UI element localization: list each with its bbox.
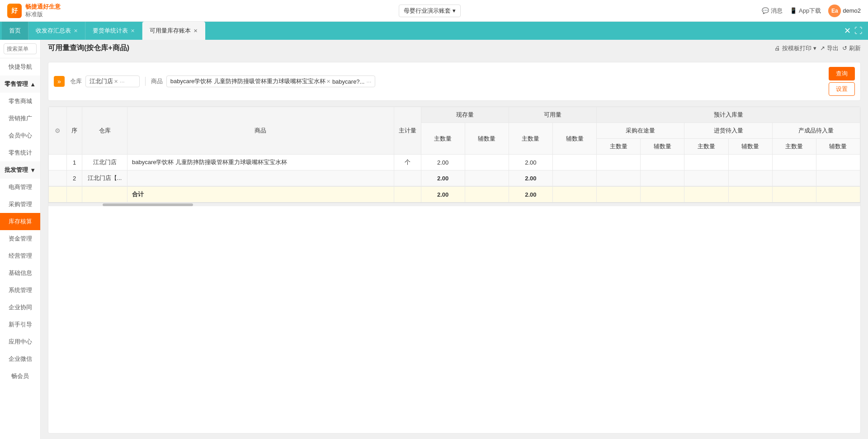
product-tag-1: babycare学饮杯 儿童防摔防撞吸管杯重力球吸嘴杯宝宝水杯 ✕ [170, 77, 330, 85]
sidebar-item-retail-stats[interactable]: 零售统计 [0, 144, 40, 161]
sidebar-item-wholesale-mgmt[interactable]: 批发管理 ▼ [0, 161, 40, 179]
user-area[interactable]: Ea demo2 [828, 5, 861, 17]
filter-toggle-button[interactable]: » [54, 76, 65, 87]
table-container: ⚙ 序 仓库 商品 主计量 现存量 可用量 预计入库量 主数量 辅 [48, 106, 861, 434]
search-input[interactable] [4, 43, 37, 54]
td-inbound-pending-aux-1 [728, 155, 772, 170]
td-current-aux-2 [465, 170, 509, 187]
setting-button[interactable]: 设置 [829, 82, 855, 96]
settings-icon[interactable]: ⚙ [55, 127, 61, 134]
td-inbound-pending-main-1 [684, 155, 728, 170]
th-purchase-transit-aux: 辅数量 [641, 139, 684, 155]
td-footer-label: 合计 [127, 186, 394, 203]
td-purchase-transit-aux-2 [641, 170, 684, 187]
td-current-aux-1 [465, 155, 509, 170]
warehouse-filter-group: 仓库 江北门店 ✕ ··· [70, 76, 140, 87]
sidebar-item-app-center[interactable]: 应用中心 [0, 333, 40, 350]
tab-close-order-stats[interactable]: ✕ [131, 28, 135, 34]
template-print-button[interactable]: 🖨 按模板打印 ▾ [774, 44, 816, 52]
nav-bar-actions: ✕ ⛶ [844, 22, 866, 40]
td-purchase-transit-aux-1 [641, 155, 684, 170]
td-production-pending-main-1 [772, 155, 816, 170]
filter-divider [145, 77, 146, 86]
message-icon: 💬 [762, 7, 769, 14]
sidebar-item-ecommerce[interactable]: 电商管理 [0, 179, 40, 196]
th-purchase-transit-main: 主数量 [597, 139, 641, 155]
sidebar-item-purchase[interactable]: 采购管理 [0, 196, 40, 213]
td-footer-production-pending-aux [816, 186, 860, 203]
page-title-bar: 可用量查询(按仓库+商品) 🖨 按模板打印 ▾ ↗ 导出 ↺ 刷新 [41, 40, 868, 57]
td-footer-available-main: 2.00 [509, 186, 552, 203]
sidebar-item-new-guide[interactable]: 新手引导 [0, 316, 40, 333]
td-seq-2: 2 [67, 170, 82, 187]
th-inbound-pending-main: 主数量 [684, 139, 728, 155]
export-icon: ↗ [820, 45, 825, 52]
sidebar-item-quick-nav[interactable]: 快捷导航 [0, 58, 40, 76]
avatar: Ea [828, 5, 841, 17]
table-row: 2 江北门店【... 2.00 2.00 [49, 170, 860, 187]
tab-order-stats[interactable]: 要货单统计表 ✕ [85, 22, 142, 40]
td-purchase-transit-main-1 [597, 155, 641, 170]
td-footer-production-pending-main [772, 186, 816, 203]
th-production-pending-aux: 辅数量 [816, 139, 860, 155]
tab-close-receive-summary[interactable]: ✕ [74, 28, 78, 34]
warehouse-tag-remove[interactable]: ✕ [114, 79, 118, 85]
product-tag-1-remove[interactable]: ✕ [326, 79, 330, 85]
sidebar-item-basic-info[interactable]: 基础信息 [0, 264, 40, 282]
message-button[interactable]: 💬 消息 [762, 7, 783, 15]
scrollbar-thumb[interactable] [103, 203, 193, 206]
chevron-icon-wholesale: ▼ [30, 167, 36, 174]
sidebar-item-retail-mgmt[interactable]: 零售管理 ▲ [0, 76, 40, 93]
app-download-button[interactable]: 📱 App下载 [790, 7, 821, 15]
product-tags[interactable]: babycare学饮杯 儿童防摔防撞吸管杯重力球吸嘴杯宝宝水杯 ✕ babyca… [166, 76, 375, 87]
td-footer-purchase-transit-main [597, 186, 641, 203]
close-tab-button[interactable]: ✕ [844, 26, 851, 36]
td-production-pending-aux-1 [816, 155, 860, 170]
sidebar-item-system-mgmt[interactable]: 系统管理 [0, 282, 40, 299]
refresh-button[interactable]: ↺ 刷新 [842, 44, 861, 52]
th-purchase-transit: 采购在途量 [597, 123, 684, 139]
th-settings[interactable]: ⚙ [49, 107, 67, 155]
sidebar-item-enterprise-collab[interactable]: 企业协同 [0, 299, 40, 316]
sidebar-item-operations[interactable]: 经营管理 [0, 247, 40, 264]
tab-close-available-inventory[interactable]: ✕ [193, 28, 198, 34]
maximize-button[interactable]: ⛶ [854, 26, 863, 36]
content-area: 可用量查询(按仓库+商品) 🖨 按模板打印 ▾ ↗ 导出 ↺ 刷新 [41, 40, 868, 439]
td-available-main-1: 2.00 [509, 155, 552, 170]
product-more[interactable]: ··· [366, 78, 371, 85]
tab-available-inventory[interactable]: 可用量库存账本 ✕ [142, 22, 205, 40]
industry-select[interactable]: 母婴行业演示账套 ▾ [399, 5, 461, 17]
sidebar-item-retail-mall[interactable]: 零售商城 [0, 93, 40, 110]
sidebar-item-vip-member[interactable]: 畅会员 [0, 368, 40, 385]
warehouse-more[interactable]: ··· [120, 78, 125, 85]
warehouse-tag: 江北门店 ✕ [90, 77, 118, 85]
sidebar-item-marketing[interactable]: 营销推广 [0, 110, 40, 127]
th-production-pending-main: 主数量 [772, 139, 816, 155]
export-button[interactable]: ↗ 导出 [820, 44, 839, 52]
td-footer-current-main: 2.00 [421, 186, 465, 203]
sidebar-item-member-center[interactable]: 会员中心 [0, 127, 40, 144]
th-warehouse: 仓库 [82, 107, 127, 155]
print-icon: 🖨 [774, 45, 780, 52]
sidebar-item-enterprise-wechat[interactable]: 企业微信 [0, 350, 40, 368]
top-bar-right: 💬 消息 📱 App下载 Ea demo2 [762, 5, 861, 17]
query-button[interactable]: 查询 [829, 67, 855, 80]
tab-home[interactable]: 首页 [2, 22, 28, 40]
refresh-icon: ↺ [842, 45, 847, 52]
td-footer-unit [394, 186, 421, 203]
sidebar-item-inventory-check[interactable]: 库存核算 [0, 213, 40, 230]
warehouse-tags[interactable]: 江北门店 ✕ ··· [85, 76, 140, 87]
sidebar-item-finance[interactable]: 资金管理 [0, 230, 40, 247]
td-available-main-2: 2.00 [509, 170, 552, 187]
horizontal-scrollbar[interactable] [48, 203, 860, 206]
th-current-main-qty: 主数量 [421, 123, 465, 155]
th-current-stock: 现存量 [421, 107, 509, 123]
th-planned-inbound: 预计入库量 [597, 107, 860, 123]
main-layout: 快捷导航 零售管理 ▲ 零售商城 营销推广 会员中心 零售统计 批发管理 ▼ 电… [0, 40, 868, 439]
th-main-unit: 主计量 [394, 107, 421, 155]
td-seq-1: 1 [67, 155, 82, 170]
td-available-aux-2 [552, 170, 596, 187]
tab-receive-summary[interactable]: 收发存汇总表 ✕ [28, 22, 85, 40]
th-inbound-pending-aux: 辅数量 [728, 139, 772, 155]
td-footer-settings [49, 186, 67, 203]
